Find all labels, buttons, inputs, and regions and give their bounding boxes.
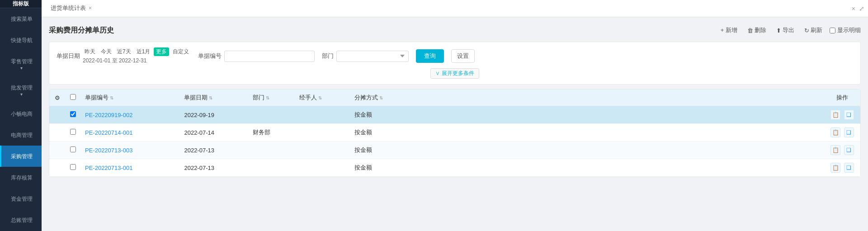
- th-doc-num[interactable]: 单据编号 ⇅: [80, 90, 179, 106]
- table-row: PE-20220713-003 2022-07-13 按金额 📋 ❑: [49, 141, 860, 159]
- sidebar-item-mini-shop[interactable]: 小畅电商: [0, 103, 42, 124]
- data-table-container: ⚙ 单据编号 ⇅ 单据日期: [49, 89, 861, 177]
- header-actions: + 新增 🗑 删除 ⬆ 导出 ↻ 刷新 显示明细: [718, 24, 861, 36]
- docnum-link-4[interactable]: PE-20220713-001: [85, 165, 133, 171]
- dept-select[interactable]: 财务部: [336, 51, 409, 62]
- maximize-window-btn[interactable]: ⤢: [859, 5, 864, 12]
- docnum-input[interactable]: [224, 51, 315, 62]
- tab-label-purchase-incoming-stats: 进货单统计表: [51, 4, 86, 12]
- select-all-checkbox[interactable]: [70, 94, 76, 100]
- th-split-method[interactable]: 分摊方式 ⇅: [350, 90, 824, 106]
- sidebar-label-ecommerce: 电商管理: [5, 132, 38, 139]
- more-icon-3[interactable]: ❑: [844, 145, 854, 155]
- table-row: PE-20220714-001 2022-07-14 财务部 按金额 📋 ❑: [49, 124, 860, 141]
- delete-button[interactable]: 🗑 删除: [745, 24, 769, 36]
- sidebar-item-ledger[interactable]: 总账管理: [0, 209, 42, 231]
- row-docnum-2: PE-20220714-001: [80, 124, 179, 141]
- edit-icon-2[interactable]: 📋: [830, 127, 840, 137]
- more-icon-1[interactable]: ❑: [844, 110, 854, 120]
- row-settings-4: [49, 159, 66, 177]
- date-filter: 单据日期 昨天 今天 近7天 近1月 更多 自定义 2022-01-01 至 2…: [57, 47, 191, 65]
- row-date-2: 2022-07-14: [179, 124, 248, 141]
- sort-icon-docnum: ⇅: [110, 95, 113, 100]
- expand-btn-label: 展开更多条件: [442, 70, 474, 76]
- docnum-link-2[interactable]: PE-20220714-001: [85, 129, 133, 136]
- edit-icon-1[interactable]: 📋: [830, 110, 840, 120]
- page-title: 采购费用分摊单历史: [49, 26, 114, 35]
- query-button[interactable]: 查询: [416, 49, 444, 63]
- date-shortcuts: 昨天 今天 近7天 近1月 更多 自定义 2022-01-01 至 2022-1…: [83, 47, 191, 65]
- table-row: PE-20220713-001 2022-07-13 按金额 📋 ❑: [49, 159, 860, 177]
- row-dept-3: [248, 141, 295, 159]
- th-settings[interactable]: ⚙: [49, 90, 66, 106]
- sidebar-item-retail[interactable]: 零售管理▾: [0, 51, 42, 77]
- table-row: PE-20220919-002 2022-09-19 按金额 📋 ❑: [49, 106, 860, 124]
- chevron-down-icon: ∨: [435, 70, 441, 76]
- display-toggle-label: 显示明细: [837, 26, 861, 34]
- last1month-btn[interactable]: 近1月: [135, 47, 152, 56]
- row-settings-3: [49, 141, 66, 159]
- row-check-3[interactable]: [70, 146, 76, 152]
- sidebar-item-ecommerce[interactable]: 电商管理: [0, 124, 42, 146]
- expand-btn[interactable]: ∨ 展开更多条件: [430, 68, 479, 79]
- yesterday-btn[interactable]: 昨天: [83, 47, 97, 56]
- last7days-btn[interactable]: 近7天: [115, 47, 133, 56]
- row-date-4: 2022-07-13: [179, 159, 248, 177]
- tab-close-purchase-incoming-stats[interactable]: ×: [89, 5, 92, 11]
- row-handler-2: [295, 124, 350, 141]
- row-checkbox-1[interactable]: [66, 106, 80, 124]
- custom-date-btn[interactable]: 自定义: [171, 47, 191, 56]
- sort-icon-handler: ⇅: [318, 95, 322, 100]
- th-doc-date[interactable]: 单据日期 ⇅: [179, 90, 248, 106]
- data-table: ⚙ 单据编号 ⇅ 单据日期: [49, 90, 860, 177]
- row-checkbox-2[interactable]: [66, 124, 80, 141]
- sidebar-item-quick-nav[interactable]: 快捷导航: [0, 29, 42, 51]
- row-ops-3: 📋 ❑: [824, 141, 860, 159]
- sidebar-item-capital[interactable]: 资金管理: [0, 188, 42, 209]
- row-date-3: 2022-07-13: [179, 141, 248, 159]
- edit-icon-4[interactable]: 📋: [830, 163, 840, 173]
- tab-purchase-incoming-stats[interactable]: 进货单统计表×: [45, 0, 115, 17]
- row-checkbox-3[interactable]: [66, 141, 80, 159]
- sidebar-label-mini-shop: 小畅电商: [5, 110, 38, 118]
- row-check-4[interactable]: [70, 164, 76, 170]
- row-checkbox-4[interactable]: [66, 159, 80, 177]
- row-split-2: 按金额: [350, 124, 824, 141]
- sidebar-label-capital: 资金管理: [5, 195, 38, 203]
- more-icon-2[interactable]: ❑: [844, 127, 854, 137]
- close-window-btn[interactable]: ×: [852, 5, 855, 12]
- dept-filter: 部门 财务部: [322, 51, 409, 62]
- docnum-link-3[interactable]: PE-20220713-003: [85, 147, 133, 154]
- sidebar: 指标版 搜索菜单快捷导航零售管理▾批发管理▾小畅电商电商管理采购管理库存核算资金…: [0, 0, 42, 231]
- docnum-link-1[interactable]: PE-20220919-002: [85, 112, 133, 118]
- row-dept-1: [248, 106, 295, 124]
- sidebar-item-search[interactable]: 搜索菜单: [0, 8, 42, 29]
- settings-button[interactable]: 设置: [451, 49, 475, 63]
- row-date-1: 2022-09-19: [179, 106, 248, 124]
- sidebar-item-wholesale[interactable]: 批发管理▾: [0, 77, 42, 103]
- display-toggle[interactable]: 显示明细: [830, 26, 861, 34]
- table-header-row: ⚙ 单据编号 ⇅ 单据日期: [49, 90, 860, 106]
- sidebar-logo: 指标版: [0, 0, 42, 8]
- page-content: 采购费用分摊单历史 + 新增 🗑 删除 ⬆ 导出 ↻ 刷新 显示明细: [42, 17, 868, 231]
- th-dept[interactable]: 部门 ⇅: [248, 90, 295, 106]
- row-docnum-1: PE-20220919-002: [80, 106, 179, 124]
- th-handler[interactable]: 经手人 ⇅: [295, 90, 350, 106]
- row-check-2[interactable]: [70, 129, 76, 135]
- refresh-button[interactable]: ↻ 刷新: [802, 24, 825, 36]
- sort-icon-split: ⇅: [379, 95, 383, 100]
- more-dates-btn[interactable]: 更多: [154, 47, 169, 56]
- today-btn[interactable]: 今天: [99, 47, 113, 56]
- row-check-1[interactable]: [70, 111, 76, 117]
- display-toggle-checkbox[interactable]: [830, 28, 835, 33]
- date-range-display: 2022-01-01 至 2022-12-31: [83, 57, 191, 65]
- row-handler-3: [295, 141, 350, 159]
- row-ops-4: 📋 ❑: [824, 159, 860, 177]
- sidebar-item-purchase[interactable]: 采购管理: [0, 146, 42, 167]
- more-icon-4[interactable]: ❑: [844, 163, 854, 173]
- row-split-1: 按金额: [350, 106, 824, 124]
- sidebar-item-inventory[interactable]: 库存核算: [0, 167, 42, 188]
- export-button[interactable]: ⬆ 导出: [774, 24, 797, 36]
- edit-icon-3[interactable]: 📋: [830, 145, 840, 155]
- add-button[interactable]: + 新增: [718, 24, 740, 36]
